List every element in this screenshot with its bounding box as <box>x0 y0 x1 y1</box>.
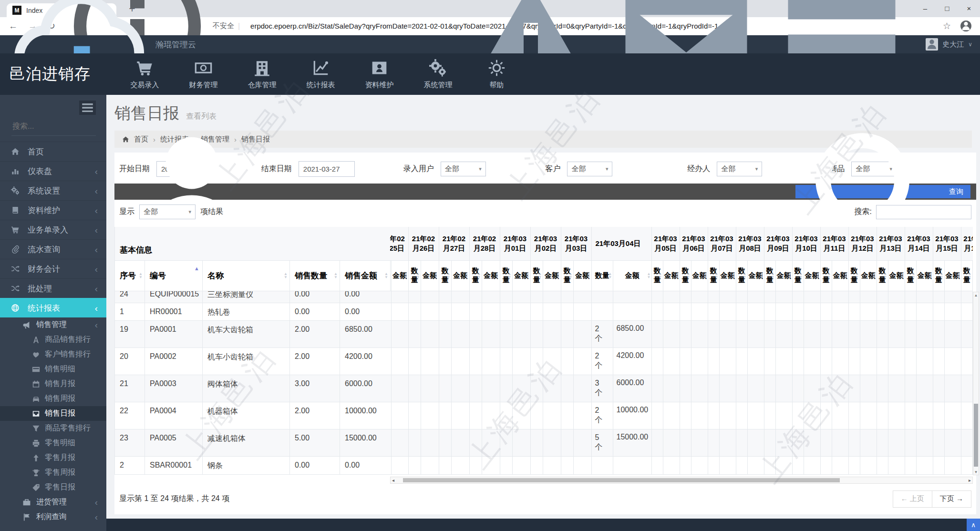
top-nav-系统管理[interactable]: 系统管理 <box>409 53 467 95</box>
subcol-amt[interactable]: 金额▲▼ <box>747 260 764 291</box>
sidebar-item-销售管理[interactable]: 销售管理‹ <box>0 317 106 332</box>
hscroll-right-icon[interactable]: ▸ <box>969 478 971 483</box>
column-header-销售数量[interactable]: 销售数量▲▼ <box>290 260 340 291</box>
sidebar-item-财务会计[interactable]: 财务会计‹ <box>0 259 106 278</box>
subcol-qty[interactable]: 数量▲▼ <box>736 260 747 291</box>
date-column-header[interactable]: 21年03月09日 <box>764 227 792 260</box>
table-row[interactable] <box>390 457 973 475</box>
subcol-amt[interactable]: 金额▲▼ <box>775 260 792 291</box>
subcol-amt[interactable]: 金额▲▼ <box>421 260 439 291</box>
subcol-qty[interactable]: 数量▲▼ <box>848 260 860 291</box>
table-row[interactable]: 2 个10000.00 <box>390 402 973 429</box>
column-header-销售金额[interactable]: 销售金额▲▼ <box>340 260 391 291</box>
sidebar-item-流水查询[interactable]: 流水查询‹ <box>0 239 106 259</box>
subcol-qty[interactable]: 数量▲▼ <box>408 260 421 291</box>
subcol-qty[interactable]: 数量▲▼ <box>905 260 916 291</box>
subcol-qty[interactable]: 数量▲▼ <box>439 260 451 291</box>
filter-select-经办人[interactable]: 全部▾ <box>717 162 762 176</box>
subcol-amt[interactable]: 金额▲▼ <box>482 260 500 291</box>
sidebar-item-销售日报[interactable]: 销售日报 <box>0 406 106 421</box>
filter-select-录入用户[interactable]: 全部▾ <box>441 162 486 176</box>
date-column-header[interactable]: 21年03月01日 <box>500 227 530 260</box>
prev-page-button[interactable]: ← 上页 <box>893 490 932 508</box>
date-column-header[interactable]: 21年02月27日 <box>439 227 469 260</box>
subcol-qty[interactable]: 数量▲▼ <box>651 260 663 291</box>
page-length-select[interactable]: 全部 ▾ <box>139 204 196 219</box>
top-nav-资料维护[interactable]: 资料维护 <box>350 53 409 95</box>
subcol-qty[interactable]: 数量▲▼ <box>530 260 543 291</box>
sidebar-item-销售周报[interactable]: 销售周报 <box>0 391 106 406</box>
subcol-qty[interactable]: 数量▲▼ <box>933 260 944 291</box>
date-column-header[interactable]: 21年02月28日 <box>469 227 500 260</box>
subcol-amt[interactable]: 金额▲▼ <box>663 260 680 291</box>
table-row[interactable]: 5 个15000.00 <box>390 429 973 457</box>
subcol-qty[interactable]: 数量▲▼ <box>680 260 691 291</box>
subcol-qty[interactable]: 数量▲▼ <box>469 260 482 291</box>
sidebar-item-零售月报[interactable]: 零售月报 <box>0 450 106 465</box>
subcol-qty[interactable]: 数量▲▼ <box>961 260 972 291</box>
subcol-amt[interactable]: 金额▲▼ <box>972 260 973 291</box>
subcol-amt[interactable]: 金额▲▼ <box>916 260 933 291</box>
sidebar-item-销售月报[interactable]: 销售月报 <box>0 377 106 391</box>
table-row[interactable]: 19PA0001机车大齿轮箱2.006850.00 <box>115 321 391 348</box>
table-row[interactable]: 23PA0005减速机箱体5.0015000.00 <box>115 429 391 457</box>
date-column-header[interactable]: 21年03月03日 <box>561 227 591 260</box>
date-column-header[interactable]: 21年03月11日 <box>820 227 848 260</box>
table-search-input[interactable] <box>876 205 971 219</box>
sidebar-item-进货管理[interactable]: 进货管理‹ <box>0 495 106 510</box>
subcol-qty[interactable]: 数量▲▼ <box>820 260 832 291</box>
subcol-amt[interactable]: 金额▲▼ <box>691 260 708 291</box>
subcol-amt[interactable]: 金额▲▼ <box>860 260 877 291</box>
column-header-序号[interactable]: 序号▲▼ <box>115 260 145 291</box>
next-page-button[interactable]: 下页 → <box>932 490 971 508</box>
top-nav-财务管理[interactable]: 财务管理 <box>174 53 233 95</box>
column-header-名称[interactable]: 名称▲▼ <box>203 260 290 291</box>
sidebar-item-零售周报[interactable]: 零售周报 <box>0 465 106 480</box>
top-nav-帮助[interactable]: 帮助 <box>467 53 526 95</box>
date-column-header[interactable]: 21年03月14日 <box>905 227 933 260</box>
column-header-编号[interactable]: 编号▲ <box>145 260 203 291</box>
sidebar-item-商品销售排行[interactable]: 商品销售排行 <box>0 332 106 347</box>
hscroll-thumb[interactable] <box>403 478 840 482</box>
sidebar-item-批处理[interactable]: 批处理‹ <box>0 278 106 298</box>
sidebar-item-客户销售排行[interactable]: 客户销售排行 <box>0 347 106 362</box>
subcol-amt[interactable]: 金额▲▼ <box>543 260 561 291</box>
query-button[interactable]: 查询 <box>795 185 970 198</box>
subcol-qty[interactable]: 数量▲▼ <box>561 260 573 291</box>
date-column-header[interactable]: 21年02月26日 <box>408 227 439 260</box>
table-row[interactable] <box>390 291 973 303</box>
date-column-header[interactable]: 21年03月02日 <box>530 227 561 260</box>
subcol-amt[interactable]: 金额▲▼ <box>719 260 736 291</box>
subcol-amt[interactable]: 金额▲▼ <box>944 260 961 291</box>
vscroll-down-icon[interactable]: ▾ <box>973 470 979 474</box>
table-row[interactable]: 21PA0003阀体箱体3.006000.00 <box>115 375 391 402</box>
vertical-scrollbar[interactable]: ▴ ▾ <box>973 292 979 475</box>
sidebar-item-系统设置[interactable]: 系统设置‹ <box>0 181 106 200</box>
table-row[interactable]: 24EQUIP000015三坐标测量仪0.000.00 <box>115 291 391 303</box>
date-column-header[interactable]: 21年03月08日 <box>736 227 764 260</box>
sidebar-item-资料维护[interactable]: 资料维护‹ <box>0 200 106 220</box>
sidebar-item-零售明细[interactable]: 零售明细 <box>0 436 106 450</box>
vscroll-up-icon[interactable]: ▴ <box>973 293 979 297</box>
subcol-qty[interactable]: 数量▲▼ <box>877 260 888 291</box>
table-row[interactable] <box>390 303 973 321</box>
top-nav-统计报表[interactable]: 统计报表 <box>291 53 350 95</box>
subcol-qty[interactable]: 数量▲▼ <box>500 260 512 291</box>
table-row[interactable]: 3 个6000.00 <box>390 375 973 402</box>
table-row[interactable]: 22PA0004机器箱体2.0010000.00 <box>115 402 391 429</box>
subcol-amt[interactable]: 金额▲▼ <box>804 260 820 291</box>
sidebar-item-首页[interactable]: 首页 <box>0 142 106 161</box>
subcol-qty[interactable]: 数量▲▼ <box>591 260 613 291</box>
subcol-amt[interactable]: 金额▲▼ <box>573 260 591 291</box>
date-column-header[interactable]: 21年03月16日 <box>961 227 973 260</box>
horizontal-scrollbar[interactable]: ◂ ▸ <box>390 477 973 484</box>
subcol-qty[interactable]: 数量▲▼ <box>792 260 804 291</box>
vscroll-thumb[interactable] <box>974 404 978 467</box>
date-column-header[interactable]: 21年03月15日 <box>933 227 961 260</box>
hscroll-left-icon[interactable]: ◂ <box>392 478 394 483</box>
subcol-qty[interactable]: 数量▲▼ <box>708 260 719 291</box>
sidebar-item-业务单录入[interactable]: 业务单录入‹ <box>0 220 106 239</box>
filter-input-结束日期[interactable] <box>299 161 355 177</box>
date-column-header[interactable]: 21年03月12日 <box>848 227 877 260</box>
user-menu[interactable]: 史大江 ∨ <box>926 38 972 51</box>
